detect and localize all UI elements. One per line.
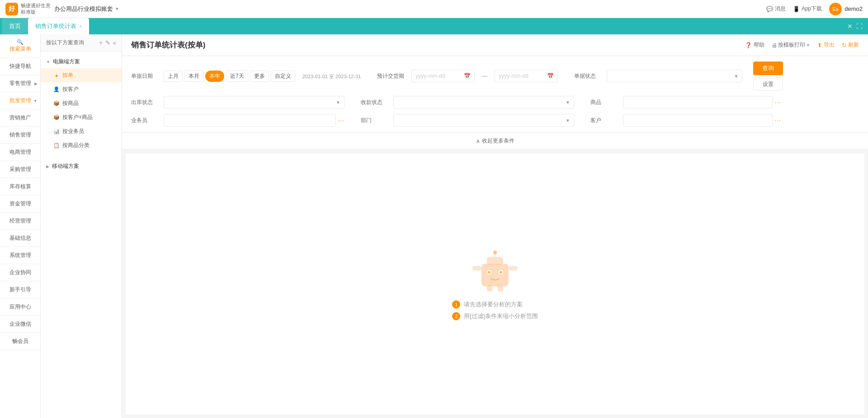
sidebar-item-inventory[interactable]: 库存核算 — [0, 178, 40, 195]
calendar-icon-2: 📅 — [547, 73, 554, 79]
sidebar: 🔍 搜索菜单 快捷导航 零售管理 ▶ 批发管理 ▼ 营销推广 销售管理 电商管理… — [0, 34, 41, 418]
scheme-item-by-customer-product[interactable]: 📦 按客户+商品 — [41, 110, 122, 124]
customer-label: 客户 — [590, 117, 616, 124]
salesperson-label: 业务员 — [131, 117, 156, 124]
scheme-item-by-salesperson[interactable]: 📊 按业务员 — [41, 124, 122, 138]
expected-date-to-input[interactable]: yyyy-mm-dd 📅 — [495, 70, 558, 82]
scheme-item-by-customer[interactable]: 👤 按客户 — [41, 82, 122, 96]
sidebar-item-purchase[interactable]: 采购管理 — [0, 161, 40, 178]
sidebar-item-member[interactable]: 畅会员 — [0, 333, 40, 350]
sidebar-item-sales[interactable]: 销售管理 — [0, 127, 40, 144]
empty-svg — [468, 248, 522, 293]
close-window-icon[interactable]: ✕ — [847, 23, 853, 30]
refresh-button[interactable]: ↻ 刷新 — [842, 41, 859, 49]
user-info[interactable]: Ea demo2 — [829, 3, 863, 15]
payment-status-select[interactable]: ▼ — [393, 96, 574, 109]
ship-status-label: 出库状态 — [131, 99, 156, 106]
date-btn-this-month[interactable]: 本月 — [184, 71, 203, 82]
department-select[interactable]: ▼ — [393, 114, 574, 127]
hint-num-2: 2 — [452, 312, 460, 320]
svg-point-4 — [488, 271, 491, 274]
sidebar-item-wholesale[interactable]: 批发管理 ▼ — [0, 92, 40, 109]
expected-date-label: 预计交货期 — [377, 72, 404, 80]
top-bar: 好 畅捷通好生意 标准版 办公用品行业模拟账套 ▼ 💬 消息 📱 App下载 E… — [0, 0, 868, 18]
export-button[interactable]: ⬆ 导出 — [817, 41, 835, 49]
main-layout: 🔍 搜索菜单 快捷导航 零售管理 ▶ 批发管理 ▼ 营销推广 销售管理 电商管理… — [0, 34, 868, 418]
ship-status-select[interactable]: ▼ — [164, 96, 344, 109]
payment-status-label: 收款状态 — [361, 99, 386, 106]
page-header-actions: ❓ 帮助 🖨 按模板打印 ▼ ⬆ 导出 ↻ — [745, 41, 859, 49]
svg-point-8 — [493, 251, 497, 254]
sidebar-item-quick-nav[interactable]: 快捷导航 — [0, 58, 40, 75]
top-bar-right: 💬 消息 📱 App下载 Ea demo2 — [766, 3, 863, 15]
sidebar-item-app-center[interactable]: 应用中心 — [0, 299, 40, 316]
tab-bar: 首页 销售订单统计表 × ✕ ⛶ — [0, 18, 868, 34]
scheme-item-by-order[interactable]: ● 按单 — [41, 68, 122, 82]
product-icon: 📦 — [53, 100, 60, 107]
page-header: 销售订单统计表(按单) ❓ 帮助 🖨 按模板打印 ▼ ⬆ — [122, 34, 868, 56]
empty-hint-1: 1 请先选择要分析的方案 — [452, 300, 538, 309]
top-bar-title[interactable]: 办公用品行业模拟账套 ▼ — [54, 5, 119, 13]
messages-button[interactable]: 💬 消息 — [766, 5, 786, 13]
collapse-scheme-button[interactable]: « — [113, 39, 116, 46]
download-icon: 📱 — [793, 6, 800, 12]
date-btn-last-7-days[interactable]: 近7天 — [226, 71, 248, 82]
add-scheme-button[interactable]: + — [99, 39, 103, 46]
svg-rect-11 — [487, 285, 492, 291]
customer-input[interactable] — [623, 114, 773, 127]
salesperson-icon: 📊 — [53, 128, 60, 135]
tab-sales-order-report[interactable]: 销售订单统计表 × — [28, 18, 89, 34]
chevron-down-icon: ▼ — [33, 99, 38, 103]
sidebar-item-enterprise[interactable]: 企业协同 — [0, 264, 40, 281]
scheme-item-by-category[interactable]: 📋 按商品分类 — [41, 138, 122, 152]
scheme-panel-title: 按以下方案查询 — [46, 39, 84, 47]
sidebar-item-search[interactable]: 🔍 搜索菜单 — [0, 34, 40, 58]
sidebar-item-finance[interactable]: 资金管理 — [0, 195, 40, 213]
sidebar-item-basic[interactable]: 基础信息 — [0, 230, 40, 247]
mobile-scheme-title[interactable]: ▶ 移动端方案 — [41, 160, 122, 173]
status-select[interactable]: ▼ — [607, 70, 742, 82]
date-btn-this-year[interactable]: 本年 — [205, 71, 224, 82]
product-input[interactable] — [623, 96, 773, 109]
tab-close-icon[interactable]: × — [79, 24, 82, 29]
date-btn-more[interactable]: 更多 — [250, 71, 269, 82]
scheme-section-mobile: ▶ 移动端方案 — [41, 156, 122, 176]
date-btn-last-month[interactable]: 上月 — [164, 71, 183, 82]
sidebar-item-newbie[interactable]: 新手引导 — [0, 281, 40, 299]
maximize-icon[interactable]: ⛶ — [856, 23, 863, 30]
salesperson-more-button[interactable]: ··· — [338, 117, 344, 124]
sidebar-item-retail[interactable]: 零售管理 ▶ — [0, 75, 40, 92]
print-button[interactable]: 🖨 按模板打印 ▼ — [772, 41, 810, 49]
collapse-row: ∧ 收起更多条件 — [122, 133, 868, 150]
sidebar-item-enterprise-wx[interactable]: 企业微信 — [0, 316, 40, 333]
date-btn-custom[interactable]: 自定义 — [271, 71, 295, 82]
page-header-top: 销售订单统计表(按单) ❓ 帮助 🖨 按模板打印 ▼ ⬆ — [131, 40, 859, 50]
product-more-button[interactable]: ··· — [774, 99, 781, 106]
sidebar-item-operation[interactable]: 经营管理 — [0, 213, 40, 230]
svg-rect-6 — [487, 257, 503, 265]
expected-date-from-input[interactable]: yyyy-mm-dd 📅 — [411, 70, 475, 82]
customer-more-button[interactable]: ··· — [774, 117, 781, 124]
help-button[interactable]: ❓ 帮助 — [745, 41, 764, 49]
page-title: 销售订单统计表(按单) — [131, 40, 205, 50]
filter-row-2: 出库状态 ▼ 收款状态 ▼ 商品 ··· — [131, 96, 859, 109]
sidebar-item-ecommerce[interactable]: 电商管理 — [0, 144, 40, 161]
customer-product-icon: 📦 — [53, 114, 60, 121]
collapse-conditions-button[interactable]: ∧ 收起更多条件 — [476, 137, 514, 145]
category-icon: 📋 — [53, 142, 60, 149]
scheme-header-actions: + ✎ « — [99, 39, 116, 46]
scheme-section-pc: ▼ 电脑端方案 ● 按单 👤 按客户 📦 按商品 📦 按客户+商品 — [41, 52, 122, 156]
salesperson-input[interactable] — [164, 114, 336, 127]
app-download-button[interactable]: 📱 App下载 — [793, 5, 822, 13]
empty-hint-2: 2 用[过滤]条件来缩小分析范围 — [452, 312, 538, 320]
filter-action-btns: 查询 设置 — [753, 62, 783, 90]
edit-scheme-button[interactable]: ✎ — [105, 39, 110, 46]
query-button[interactable]: 查询 — [753, 62, 783, 75]
sidebar-item-marketing[interactable]: 营销推广 — [0, 109, 40, 127]
tab-home[interactable]: 首页 — [2, 18, 28, 34]
sidebar-item-system[interactable]: 系统管理 — [0, 247, 40, 264]
setting-button[interactable]: 设置 — [753, 78, 783, 90]
pc-scheme-title[interactable]: ▼ 电脑端方案 — [41, 55, 122, 68]
department-label: 部门 — [361, 117, 386, 124]
scheme-item-by-product[interactable]: 📦 按商品 — [41, 96, 122, 110]
